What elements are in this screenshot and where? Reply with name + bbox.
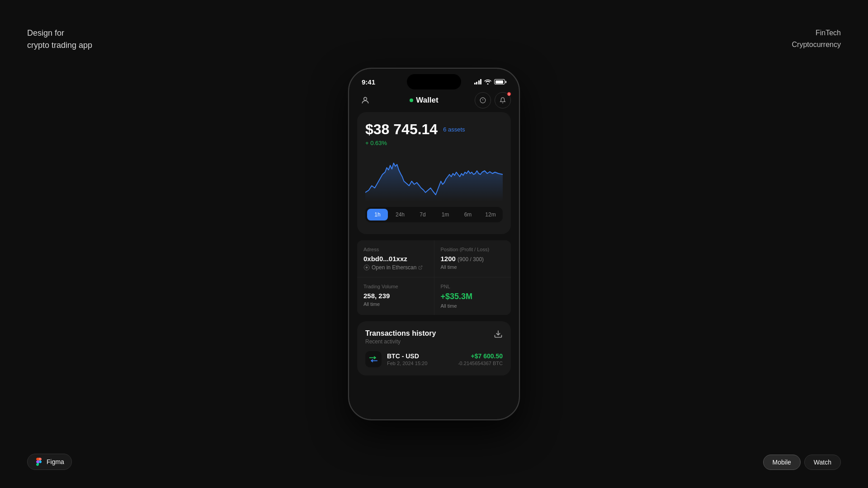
position-cell: Position (Profit / Loss) 1200 (900 / 300… bbox=[434, 240, 511, 277]
watch-view-button[interactable]: Watch bbox=[804, 455, 841, 470]
transactions-section: Transactions history Recent activity bbox=[357, 321, 511, 375]
figma-label: Figma bbox=[47, 458, 64, 465]
header-title: Wallet bbox=[410, 96, 438, 105]
time-filter-24h[interactable]: 24h bbox=[390, 209, 410, 221]
time-filter-6m[interactable]: 6m bbox=[458, 209, 478, 221]
external-link-icon bbox=[418, 265, 423, 270]
address-value: 0xbd0...01xxz bbox=[363, 255, 428, 263]
svg-line-6 bbox=[420, 266, 423, 268]
svg-point-5 bbox=[366, 267, 368, 269]
etherscan-icon bbox=[363, 264, 370, 271]
signal-bar-2 bbox=[476, 82, 477, 84]
price-chart bbox=[365, 152, 503, 202]
chart-svg bbox=[365, 152, 503, 202]
figma-button[interactable]: Figma bbox=[27, 454, 72, 470]
trading-volume-time: All time bbox=[363, 301, 428, 307]
transactions-header: Transactions history Recent activity bbox=[365, 329, 503, 345]
app-header: Wallet 1 bbox=[349, 89, 519, 112]
swap-icon bbox=[369, 356, 378, 362]
transactions-subtitle: Recent activity bbox=[365, 338, 436, 345]
svg-point-0 bbox=[364, 97, 367, 100]
transaction-item[interactable]: BTC - USD Feb 2, 2024 15:20 +$7 600.50 -… bbox=[365, 351, 503, 367]
phone-body: 9:41 bbox=[348, 68, 520, 420]
transaction-icon bbox=[365, 351, 382, 367]
etherscan-link[interactable]: Open in Etherscan bbox=[363, 264, 428, 271]
wifi-icon bbox=[484, 79, 491, 84]
top-left-label: Design for crypto trading app bbox=[27, 27, 92, 52]
battery-icon bbox=[494, 79, 506, 84]
tx-usd-amount: +$7 600.50 bbox=[458, 352, 503, 360]
signal-bars-icon bbox=[474, 79, 482, 84]
position-value: 1200 (900 / 300) bbox=[441, 255, 505, 263]
signal-bar-4 bbox=[480, 79, 481, 84]
time-filter-1m[interactable]: 1m bbox=[435, 209, 456, 221]
transactions-title: Transactions history bbox=[365, 329, 436, 338]
trading-volume-cell: Trading Volume 258, 239 All time bbox=[357, 277, 434, 315]
balance-amount: $38 745.14 6 assets bbox=[365, 121, 503, 138]
info-button[interactable] bbox=[475, 92, 491, 108]
pnl-value: +$35.3M bbox=[441, 292, 505, 301]
mobile-view-button[interactable]: Mobile bbox=[763, 455, 801, 470]
time-filter-12m[interactable]: 12m bbox=[480, 209, 501, 221]
pnl-label: PNL bbox=[441, 284, 505, 289]
status-dot bbox=[410, 99, 413, 102]
transactions-title-group: Transactions history Recent activity bbox=[365, 329, 436, 345]
profile-icon[interactable] bbox=[357, 92, 373, 108]
address-label: Adress bbox=[363, 247, 428, 252]
status-icons bbox=[474, 79, 507, 84]
position-time: All time bbox=[441, 264, 505, 270]
signal-bar-1 bbox=[474, 83, 476, 84]
tx-pair: BTC - USD bbox=[387, 352, 453, 360]
status-time: 9:41 bbox=[362, 78, 375, 86]
tx-crypto-amount: -0.2145654367 BTC bbox=[458, 361, 503, 366]
time-filters: 1h 24h 7d 1m 6m 12m bbox=[365, 207, 503, 222]
main-content: $38 745.14 6 assets + 0.63% bbox=[349, 112, 519, 419]
phone-screen: 9:41 bbox=[349, 69, 519, 419]
signal-bar-3 bbox=[478, 80, 480, 84]
top-right-label: FinTech Cryptocurrency bbox=[792, 27, 841, 50]
address-cell: Adress 0xbd0...01xxz Open in Etherscan bbox=[357, 240, 434, 277]
download-button[interactable] bbox=[494, 329, 503, 341]
header-actions: 1 bbox=[475, 92, 511, 108]
notification-badge: 1 bbox=[507, 92, 511, 96]
trading-volume-label: Trading Volume bbox=[363, 284, 428, 289]
info-grid: Adress 0xbd0...01xxz Open in Etherscan bbox=[357, 240, 511, 315]
notifications-button[interactable]: 1 bbox=[495, 92, 511, 108]
position-label: Position (Profit / Loss) bbox=[441, 247, 505, 252]
view-buttons: Mobile Watch bbox=[763, 455, 841, 470]
dynamic-island bbox=[407, 74, 461, 89]
pnl-time: All time bbox=[441, 303, 505, 309]
balance-card: $38 745.14 6 assets + 0.63% bbox=[357, 112, 511, 234]
time-filter-7d[interactable]: 7d bbox=[412, 209, 433, 221]
status-bar: 9:41 bbox=[349, 69, 519, 89]
transaction-amounts: +$7 600.50 -0.2145654367 BTC bbox=[458, 352, 503, 366]
assets-badge[interactable]: 6 assets bbox=[443, 126, 465, 133]
phone-mockup: 9:41 bbox=[348, 68, 520, 420]
balance-change: + 0.63% bbox=[365, 140, 503, 146]
trading-volume-value: 258, 239 bbox=[363, 292, 428, 300]
transaction-info: BTC - USD Feb 2, 2024 15:20 bbox=[387, 352, 453, 366]
pnl-cell: PNL +$35.3M All time bbox=[434, 277, 511, 315]
time-filter-1h[interactable]: 1h bbox=[367, 209, 388, 221]
tx-date: Feb 2, 2024 15:20 bbox=[387, 361, 453, 366]
